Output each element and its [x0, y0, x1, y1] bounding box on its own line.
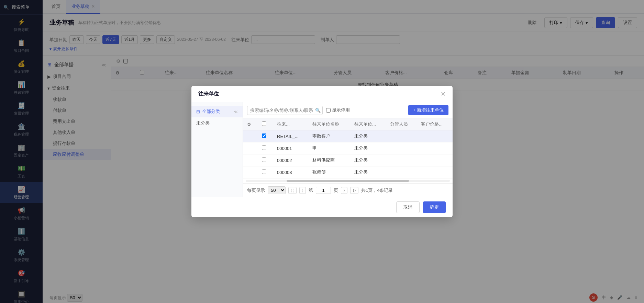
dialog-title: 往来单位	[198, 91, 219, 97]
add-counterparty-button[interactable]: + 新增往来单位	[408, 105, 448, 115]
row-manager	[386, 142, 417, 154]
row-checkbox	[258, 142, 273, 154]
row-price	[417, 142, 453, 154]
dialog-header: 往来单位 ✕	[191, 86, 453, 102]
row-settings	[243, 130, 258, 142]
row-manager	[386, 130, 417, 142]
row-code: 000001	[273, 142, 308, 154]
cancel-button[interactable]: 取消	[396, 201, 420, 213]
row-name: 材料供应商	[308, 154, 350, 166]
row-category: 未分类	[350, 154, 386, 166]
dialog-table-header: ⚙ 往来... 往来单位名称 往来单位... 分管人员 客户价格...	[243, 118, 453, 130]
show-disabled-text: 显示停用	[332, 107, 350, 113]
dialog-category-all[interactable]: ⊞ 全部分类 ≪	[191, 106, 243, 117]
row-settings	[243, 142, 258, 154]
per-page-text: 每页显示	[247, 187, 265, 194]
page-prev-btn[interactable]: ⟨	[299, 187, 306, 194]
row-checkbox	[258, 166, 273, 178]
row-name: 张师傅	[308, 166, 350, 178]
dth-name: 往来单位名称	[308, 118, 350, 130]
row-name: 零散客户	[308, 130, 350, 142]
counterparty-search-input[interactable]	[247, 106, 323, 115]
dth-manager: 分管人员	[386, 118, 417, 130]
row-price	[417, 130, 453, 142]
row-manager	[386, 166, 417, 178]
confirm-button[interactable]: 确定	[423, 201, 446, 213]
dialog-table-wrap: ⚙ 往来... 往来单位名称 往来单位... 分管人员 客户价格...	[243, 118, 453, 178]
row-price	[417, 166, 453, 178]
row-category: 未分类	[350, 142, 386, 154]
row-checkbox	[258, 130, 273, 142]
dialog-actions: 取消 确定	[191, 197, 453, 217]
search-icon[interactable]: 🔍	[315, 108, 321, 113]
uncategorized-label: 未分类	[196, 120, 210, 126]
dth-settings: ⚙	[243, 118, 258, 130]
dialog-pagination: 每页显示 50 10 20 100 ⟨⟨ ⟨ 第 页 ⟩ ⟩⟩ 共1页，4条记录	[243, 183, 453, 197]
dialog-per-page-select[interactable]: 50 10 20 100	[268, 186, 286, 194]
dialog-left-panel: ⊞ 全部分类 ≪ 未分类	[191, 102, 243, 197]
row-code: 000002	[273, 154, 308, 166]
row-name: 甲	[308, 142, 350, 154]
dialog-table-row[interactable]: 000003 张师傅 未分类	[243, 166, 453, 178]
all-category-label: 全部分类	[202, 108, 220, 115]
row-manager	[386, 154, 417, 166]
dialog-category-uncategorized[interactable]: 未分类	[191, 117, 243, 129]
scroll-hint	[246, 180, 450, 182]
dialog-close-btn[interactable]: ✕	[441, 91, 446, 97]
total-label: 共1页，4条记录	[361, 187, 393, 194]
row-category: 未分类	[350, 130, 386, 142]
dth-checkbox	[258, 118, 273, 130]
dth-price: 客户价格...	[417, 118, 453, 130]
grid-icon-small: ⊞	[196, 109, 200, 114]
row-settings	[243, 154, 258, 166]
scroll-thumb	[287, 180, 409, 182]
page-next-btn[interactable]: ⟩	[341, 187, 347, 194]
dialog-table-row[interactable]: 000001 甲 未分类	[243, 142, 453, 154]
collapse-left-icon[interactable]: ≪	[234, 109, 238, 114]
row-settings	[243, 166, 258, 178]
show-disabled-checkbox[interactable]	[326, 108, 331, 113]
row-code: RETAIL_...	[273, 130, 308, 142]
dialog-table-row[interactable]: 000002 材料供应商 未分类	[243, 154, 453, 166]
show-disabled-label[interactable]: 显示停用	[326, 107, 350, 113]
row-checkbox	[258, 154, 273, 166]
dialog-table-row[interactable]: RETAIL_... 零散客户 未分类	[243, 130, 453, 142]
dth-category: 往来单位...	[350, 118, 386, 130]
page-label: 第	[309, 187, 313, 194]
row-code: 000003	[273, 166, 308, 178]
dialog-toolbar: 🔍 显示停用 + 新增往来单位	[243, 102, 453, 118]
page-number-input[interactable]	[316, 187, 331, 194]
dialog-table: ⚙ 往来... 往来单位名称 往来单位... 分管人员 客户价格...	[243, 118, 453, 178]
page-suffix: 页	[334, 187, 338, 194]
dth-code: 往来...	[273, 118, 308, 130]
page-first-btn[interactable]: ⟨⟨	[288, 187, 297, 194]
search-wrap: 🔍	[247, 106, 323, 115]
dialog-right-panel: 🔍 显示停用 + 新增往来单位 ⚙	[243, 102, 453, 197]
counterparty-dialog: 往来单位 ✕ ⊞ 全部分类 ≪ 未分类	[191, 86, 453, 217]
page-last-btn[interactable]: ⟩⟩	[350, 187, 358, 194]
dialog-overlay: 往来单位 ✕ ⊞ 全部分类 ≪ 未分类	[0, 0, 644, 303]
row-category: 未分类	[350, 166, 386, 178]
row-price	[417, 154, 453, 166]
dialog-body: ⊞ 全部分类 ≪ 未分类 🔍 显示停用	[191, 102, 453, 197]
